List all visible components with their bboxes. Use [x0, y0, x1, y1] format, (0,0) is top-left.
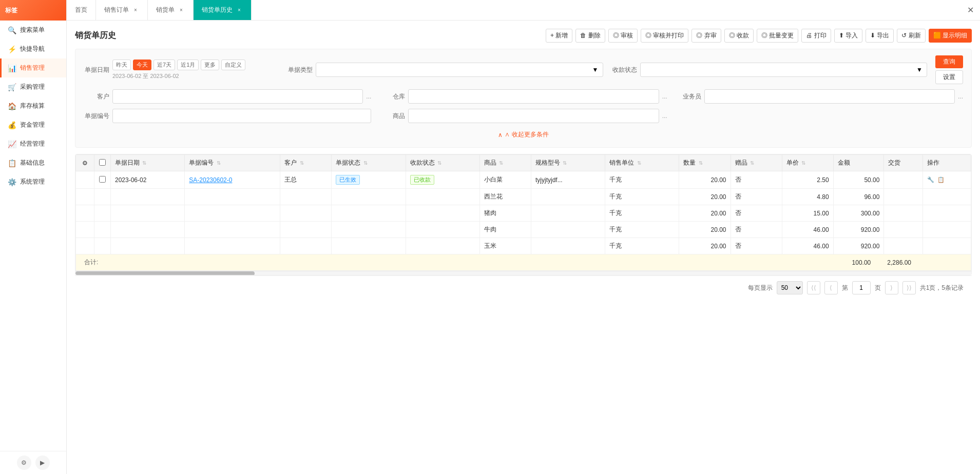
- audit-print-button[interactable]: ◎ 审核并打印: [641, 29, 688, 43]
- tab-home[interactable]: 首页: [67, 0, 96, 20]
- sidebar-item-finance[interactable]: 💰 资金管理: [0, 115, 66, 134]
- cell-qty: 20.00: [679, 189, 731, 205]
- col-goods[interactable]: 商品 ⇅: [479, 155, 531, 171]
- sidebar-item-base-info[interactable]: 📋 基础信息: [0, 153, 66, 172]
- row-edit-btn[interactable]: 🔧: [927, 176, 934, 183]
- add-button[interactable]: + 新增: [546, 29, 572, 43]
- sidebar-item-search-menu[interactable]: 🔍 搜索菜单: [0, 21, 66, 40]
- cell-settings: [76, 171, 94, 189]
- row-checkbox[interactable]: [99, 176, 106, 183]
- tab-sales-history[interactable]: 销货单历史 ×: [194, 0, 252, 20]
- filter-collect-status-field: 收款状态 ▼: [611, 63, 928, 77]
- page-first-btn[interactable]: ⟨⟨: [807, 281, 820, 294]
- delete-button[interactable]: 🗑 删除: [575, 29, 605, 43]
- filter-goods-dots[interactable]: ...: [662, 112, 667, 120]
- sidebar-label-quick-nav: 快捷导航: [20, 45, 45, 53]
- col-gift[interactable]: 赠品 ⇅: [731, 155, 782, 171]
- collapse-filter-btn[interactable]: ∧ ∧ 收起更多条件: [84, 128, 963, 141]
- date-btn-yesterday[interactable]: 昨天: [112, 60, 131, 70]
- date-btn-today[interactable]: 今天: [133, 60, 151, 70]
- tab-sales-goods[interactable]: 销货单 ×: [148, 0, 194, 20]
- batch-change-button[interactable]: ◎ 批量变更: [757, 29, 798, 43]
- col-price[interactable]: 单价 ⇅: [782, 155, 833, 171]
- collect-button[interactable]: ◎ 收款: [724, 29, 754, 43]
- tab-sales-goods-close[interactable]: ×: [178, 7, 185, 14]
- sidebar-label-sales-mgmt: 销售管理: [20, 64, 45, 72]
- col-collect-status[interactable]: 收款状态 ⇅: [406, 155, 479, 171]
- cell-price: 2.50: [782, 171, 833, 189]
- tabs-close-all[interactable]: ✕: [967, 5, 974, 15]
- print-button[interactable]: 🖨 打印: [801, 29, 831, 43]
- filter-customer-input[interactable]: [112, 89, 363, 104]
- scrollbar-thumb[interactable]: [75, 271, 255, 275]
- export-button[interactable]: ⬇ 导出: [866, 29, 894, 43]
- sidebar-settings-btn[interactable]: ⚙: [17, 456, 31, 470]
- filter-row-1: 单据日期 昨天 今天 近7天 近1月 更多 自定义 2023-06-02 至 2…: [84, 55, 963, 84]
- show-detail-button[interactable]: 🟧 显示明细: [929, 29, 972, 43]
- col-customer[interactable]: 客户 ⇅: [280, 155, 332, 171]
- cell-check: [94, 189, 111, 205]
- filter-goods-input[interactable]: [408, 109, 659, 123]
- cell-gift: 否: [731, 238, 782, 254]
- col-spec[interactable]: 规格型号 ⇅: [531, 155, 605, 171]
- select-all-checkbox[interactable]: [99, 159, 106, 166]
- row-copy-btn[interactable]: 📋: [937, 176, 945, 183]
- filter-docno-input[interactable]: [112, 109, 371, 123]
- date-shortcuts: 昨天 今天 近7天 近1月 更多 自定义: [112, 60, 245, 70]
- cell-gift: 否: [731, 222, 782, 238]
- abandon-button[interactable]: ◎ 弃审: [691, 29, 721, 43]
- date-btn-1month[interactable]: 近1月: [177, 60, 199, 70]
- sidebar-collapse-btn[interactable]: ▶: [35, 456, 50, 470]
- sidebar-item-inventory[interactable]: 🏠 库存核算: [0, 96, 66, 115]
- tab-sales-order[interactable]: 销售订单 ×: [96, 0, 148, 20]
- sidebar-item-purchase-mgmt[interactable]: 🛒 采购管理: [0, 77, 66, 96]
- page-next-btn[interactable]: ⟩: [885, 281, 898, 294]
- sidebar-label-base-info: 基础信息: [20, 159, 45, 167]
- cell-unit: 千克: [605, 189, 679, 205]
- sort-icon-spec: ⇅: [563, 160, 567, 166]
- col-date[interactable]: 单据日期 ⇅: [111, 155, 185, 171]
- cell-settings: [76, 205, 94, 222]
- doc-no-link[interactable]: SA-20230602-0: [189, 176, 232, 184]
- cell-gift: 否: [731, 171, 782, 189]
- audit-button[interactable]: ◎ 审核: [608, 29, 638, 43]
- page-last-btn[interactable]: ⟩⟩: [902, 281, 916, 294]
- table-row: 猪肉 千克 20.00 否 15.00 300.00: [76, 205, 971, 222]
- filter-doctype-select[interactable]: ▼: [316, 63, 603, 77]
- sidebar-item-sys-mgmt[interactable]: ⚙️ 系统管理: [0, 172, 66, 191]
- col-no[interactable]: 单据编号 ⇅: [185, 155, 280, 171]
- filter-warehouse-input[interactable]: [408, 89, 659, 104]
- horizontal-scrollbar[interactable]: [75, 271, 971, 275]
- page-input[interactable]: [852, 281, 871, 294]
- filter-collect-status-select[interactable]: ▼: [640, 63, 928, 77]
- refresh-button[interactable]: ↺ 刷新: [897, 29, 925, 43]
- date-btn-custom[interactable]: 自定义: [221, 60, 245, 70]
- import-button[interactable]: ⬆ 导入: [834, 29, 862, 43]
- sidebar-item-sales-mgmt[interactable]: 📊 销售管理: [0, 58, 66, 77]
- col-unit[interactable]: 销售单位 ⇅: [605, 155, 679, 171]
- col-doc-status[interactable]: 单据状态 ⇅: [332, 155, 406, 171]
- page-prev-btn[interactable]: ⟨: [824, 281, 838, 294]
- sidebar-label-inventory: 库存核算: [20, 102, 45, 110]
- filter-warehouse-dots[interactable]: ...: [662, 93, 667, 100]
- col-settings[interactable]: ⚙: [76, 155, 94, 171]
- date-btn-7days[interactable]: 近7天: [153, 60, 175, 70]
- date-btn-more[interactable]: 更多: [201, 60, 219, 70]
- tab-sales-history-close[interactable]: ×: [236, 7, 243, 14]
- filter-customer-dots[interactable]: ...: [366, 93, 371, 100]
- filter-salesperson-input[interactable]: [704, 89, 955, 104]
- filter-goods-label: 商品: [379, 112, 405, 121]
- col-qty[interactable]: 数量 ⇅: [679, 155, 731, 171]
- sidebar-item-operations[interactable]: 📈 经营管理: [0, 134, 66, 153]
- cell-date: [111, 238, 185, 254]
- set-button[interactable]: 设置: [935, 70, 963, 84]
- tab-sales-order-close[interactable]: ×: [132, 7, 139, 14]
- filter-salesperson-dots[interactable]: ...: [958, 93, 963, 100]
- cell-actions: [923, 205, 971, 222]
- sidebar-item-quick-nav[interactable]: ⚡ 快捷导航: [0, 40, 66, 58]
- per-page-select[interactable]: 50 20 100: [777, 281, 803, 294]
- query-button[interactable]: 查询: [935, 55, 963, 68]
- finance-icon: 💰: [8, 121, 16, 129]
- cell-goods: 小白菜: [479, 171, 531, 189]
- sort-icon-doc-status: ⇅: [363, 160, 368, 166]
